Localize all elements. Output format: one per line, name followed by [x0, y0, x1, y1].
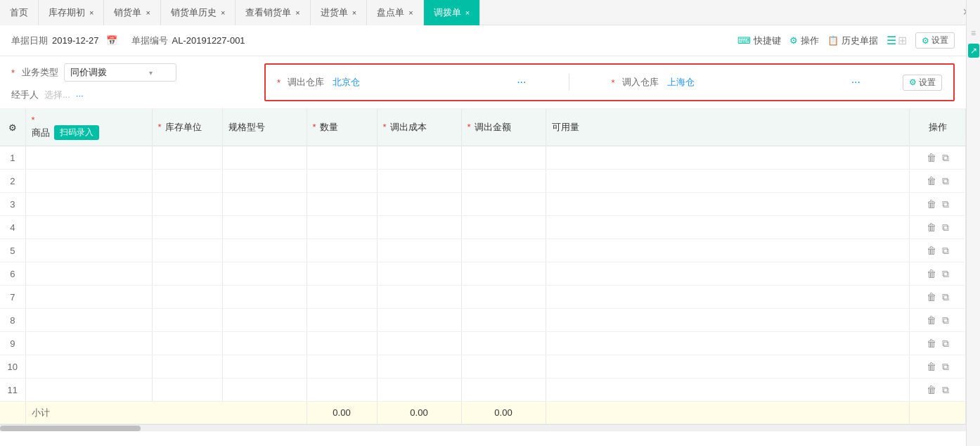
list-view-icon[interactable]: ☰ — [886, 34, 896, 47]
row-cost-11[interactable] — [377, 378, 461, 402]
delete-row-8-button[interactable]: 🗑 — [927, 314, 936, 326]
row-qty-7[interactable] — [307, 286, 377, 309]
tab-close-sales-order[interactable]: × — [146, 8, 150, 17]
row-amount-9[interactable] — [461, 332, 546, 355]
row-goods-2[interactable] — [25, 170, 152, 193]
copy-row-4-button[interactable]: ⧉ — [942, 222, 949, 234]
tab-inventory-init[interactable]: 库存期初 × — [39, 0, 104, 25]
tab-close-purchase-order[interactable]: × — [352, 8, 356, 17]
shortcut-button[interactable]: ⌨ 快捷键 — [737, 34, 781, 47]
tab-view-sales[interactable]: 查看销货单 × — [236, 0, 310, 25]
delete-row-3-button[interactable]: 🗑 — [927, 198, 936, 210]
copy-row-8-button[interactable]: ⧉ — [942, 314, 949, 326]
delete-row-4-button[interactable]: 🗑 — [927, 222, 936, 233]
tab-close-transfer[interactable]: × — [465, 8, 470, 17]
business-type-select[interactable]: 同价调拨 ▾ — [64, 63, 176, 82]
tab-sales-order[interactable]: 销货单 × — [104, 0, 160, 25]
row-qty-9[interactable] — [307, 332, 377, 355]
row-qty-6[interactable] — [307, 262, 377, 286]
row-goods-10[interactable] — [25, 355, 152, 378]
warehouse-out-more[interactable]: ··· — [517, 76, 526, 89]
row-cost-9[interactable] — [377, 332, 461, 355]
copy-row-11-button[interactable]: ⧉ — [942, 384, 949, 396]
row-goods-9[interactable] — [25, 332, 152, 355]
row-cost-5[interactable] — [377, 239, 461, 262]
row-qty-3[interactable] — [307, 193, 377, 216]
copy-row-10-button[interactable]: ⧉ — [942, 361, 949, 373]
row-goods-5[interactable] — [25, 239, 152, 262]
row-amount-2[interactable] — [461, 170, 546, 193]
row-cost-8[interactable] — [377, 309, 461, 332]
row-cost-6[interactable] — [377, 262, 461, 286]
copy-row-1-button[interactable]: ⧉ — [942, 152, 949, 164]
row-qty-11[interactable] — [307, 378, 377, 402]
row-cost-4[interactable] — [377, 216, 461, 239]
row-qty-10[interactable] — [307, 355, 377, 378]
tab-close-inventory-init[interactable]: × — [89, 8, 94, 17]
row-goods-8[interactable] — [25, 309, 152, 332]
horizontal-scrollbar[interactable] — [0, 424, 966, 431]
row-cost-3[interactable] — [377, 193, 461, 216]
delete-row-7-button[interactable]: 🗑 — [927, 291, 936, 302]
tab-transfer[interactable]: 调拨单 × — [424, 0, 480, 25]
tab-purchase-order[interactable]: 进货单 × — [311, 0, 367, 25]
scan-button[interactable]: 扫码录入 — [54, 125, 99, 140]
tab-close-view-sales[interactable]: × — [295, 8, 299, 17]
sidebar-export-icon[interactable]: ↗ — [968, 44, 979, 58]
row-goods-7[interactable] — [25, 286, 152, 309]
row-amount-3[interactable] — [461, 193, 546, 216]
row-goods-1[interactable] — [25, 146, 152, 170]
delete-row-2-button[interactable]: 🗑 — [927, 175, 936, 186]
copy-row-2-button[interactable]: ⧉ — [942, 175, 949, 187]
handler-more-button[interactable]: ··· — [76, 90, 84, 101]
th-gear[interactable]: ⚙ — [0, 109, 25, 146]
row-amount-8[interactable] — [461, 309, 546, 332]
copy-row-6-button[interactable]: ⧉ — [942, 268, 949, 280]
sidebar-list-icon[interactable]: ≡ — [971, 28, 976, 38]
row-goods-6[interactable] — [25, 262, 152, 286]
tab-home[interactable]: 首页 — [0, 0, 39, 25]
row-cost-10[interactable] — [377, 355, 461, 378]
tab-close-stocktake[interactable]: × — [408, 8, 413, 17]
row-qty-1[interactable] — [307, 146, 377, 170]
row-amount-10[interactable] — [461, 355, 546, 378]
row-amount-11[interactable] — [461, 378, 546, 402]
row-qty-2[interactable] — [307, 170, 377, 193]
warehouse-settings-button[interactable]: ⚙ 设置 — [903, 75, 942, 91]
scrollbar-thumb[interactable] — [0, 426, 141, 431]
delete-row-1-button[interactable]: 🗑 — [927, 152, 936, 163]
settings-button[interactable]: ⚙ 设置 — [915, 32, 955, 49]
row-cost-2[interactable] — [377, 170, 461, 193]
operations-button[interactable]: ⚙ 操作 — [789, 34, 819, 47]
copy-row-3-button[interactable]: ⧉ — [942, 198, 949, 210]
row-goods-11[interactable] — [25, 378, 152, 402]
row-goods-3[interactable] — [25, 193, 152, 216]
row-cost-1[interactable] — [377, 146, 461, 170]
copy-row-5-button[interactable]: ⧉ — [942, 245, 949, 257]
warehouse-in-more[interactable]: ··· — [851, 76, 860, 89]
history-button[interactable]: 📋 历史单据 — [827, 34, 878, 47]
delete-row-9-button[interactable]: 🗑 — [927, 338, 936, 349]
row-goods-4[interactable] — [25, 216, 152, 239]
row-amount-7[interactable] — [461, 286, 546, 309]
copy-row-9-button[interactable]: ⧉ — [942, 338, 949, 350]
row-cost-7[interactable] — [377, 286, 461, 309]
delete-row-5-button[interactable]: 🗑 — [927, 245, 936, 256]
tab-sales-history[interactable]: 销货单历史 × — [161, 0, 236, 25]
row-amount-5[interactable] — [461, 239, 546, 262]
row-qty-5[interactable] — [307, 239, 377, 262]
grid-view-icon[interactable]: ⊞ — [898, 34, 907, 47]
row-qty-4[interactable] — [307, 216, 377, 239]
row-amount-6[interactable] — [461, 262, 546, 286]
row-amount-4[interactable] — [461, 216, 546, 239]
row-amount-1[interactable] — [461, 146, 546, 170]
tab-stocktake[interactable]: 盘点单 × — [367, 0, 423, 25]
handler-input[interactable]: 选择... — [44, 89, 70, 101]
table-gear-icon[interactable]: ⚙ — [8, 122, 17, 133]
copy-row-7-button[interactable]: ⧉ — [942, 291, 949, 303]
row-qty-8[interactable] — [307, 309, 377, 332]
tab-close-sales-history[interactable]: × — [221, 8, 225, 17]
delete-row-11-button[interactable]: 🗑 — [927, 384, 936, 395]
calendar-icon[interactable]: 📅 — [106, 35, 117, 46]
delete-row-10-button[interactable]: 🗑 — [927, 361, 936, 372]
